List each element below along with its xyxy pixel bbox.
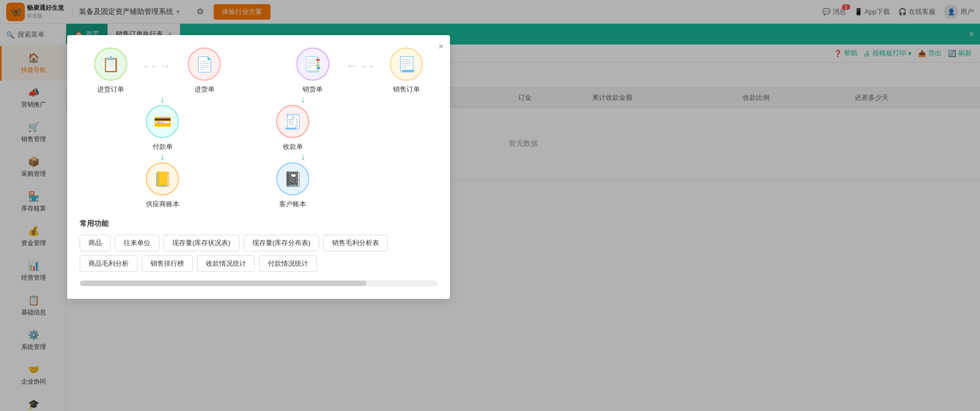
receipt-icon: 🧾 [276,105,309,138]
sales-order-icon: 📃 [390,48,423,81]
arrow-down-3: ↓ [142,151,183,162]
arrow-down-4: ↓ [272,151,334,162]
func-btn-现存量(库存状况表)[interactable]: 现存量(库存状况表) [163,235,239,251]
arrow-right-dashed-1: - - → [142,58,173,73]
popup-close-button[interactable]: × [438,41,444,52]
func-btn-商品[interactable]: 商品 [80,235,111,251]
flow-node-payment[interactable]: 💳 付款单 [131,105,193,151]
func-btn-付款情况统计[interactable]: 付款情况统计 [259,255,317,272]
func-btn-往来单位[interactable]: 往来单位 [115,235,159,251]
common-functions-title: 常用功能 [80,219,438,229]
arrow-down-1: ↓ [142,94,183,105]
customer-ledger-icon: 📓 [276,162,309,195]
func-btn-收款情况统计[interactable]: 收款情况统计 [197,255,255,272]
func-btn-销售排行榜[interactable]: 销售排行榜 [142,255,193,272]
flow-node-purchase-order[interactable]: 📋 进货订单 [80,48,142,94]
flow-node-purchase-bill[interactable]: 📄 进货单 [173,48,235,94]
popup-scrollbar-thumb [80,281,367,286]
purchase-order-icon: 📋 [94,48,127,81]
overlay[interactable]: × 📋 进货订单 - - → 📄 进货单 [0,0,980,411]
payment-icon: 💳 [146,105,179,138]
sales-bill-icon: 📑 [296,48,329,81]
flow-node-customer-ledger[interactable]: 📓 客户账本 [262,162,324,209]
supplier-ledger-icon: 📒 [146,162,179,195]
popup-dialog: × 📋 进货订单 - - → 📄 进货单 [67,35,450,299]
common-functions: 常用功能 商品往来单位现存量(库存状况表)现存量(库存分布表)销售毛利分析表商品… [80,219,438,272]
func-btn-现存量(库存分布表)[interactable]: 现存量(库存分布表) [244,235,320,251]
arrow-down-2: ↓ [272,94,334,105]
func-btn-商品毛利分析[interactable]: 商品毛利分析 [80,255,138,272]
func-btn-销售毛利分析表[interactable]: 销售毛利分析表 [323,235,388,251]
popup-scrollbar[interactable] [80,280,438,286]
function-buttons-container: 商品往来单位现存量(库存状况表)现存量(库存分布表)销售毛利分析表商品毛利分析销… [80,235,438,272]
flow-node-supplier-ledger[interactable]: 📒 供应商账本 [131,162,193,209]
arrow-left-dashed: ← - - [344,58,375,73]
flow-node-sales-bill[interactable]: 📑 销货单 [282,48,344,94]
purchase-bill-icon: 📄 [188,48,221,81]
flow-node-receipt[interactable]: 🧾 收款单 [262,105,324,151]
flow-node-sales-order[interactable]: 📃 销售订单 [375,48,438,94]
